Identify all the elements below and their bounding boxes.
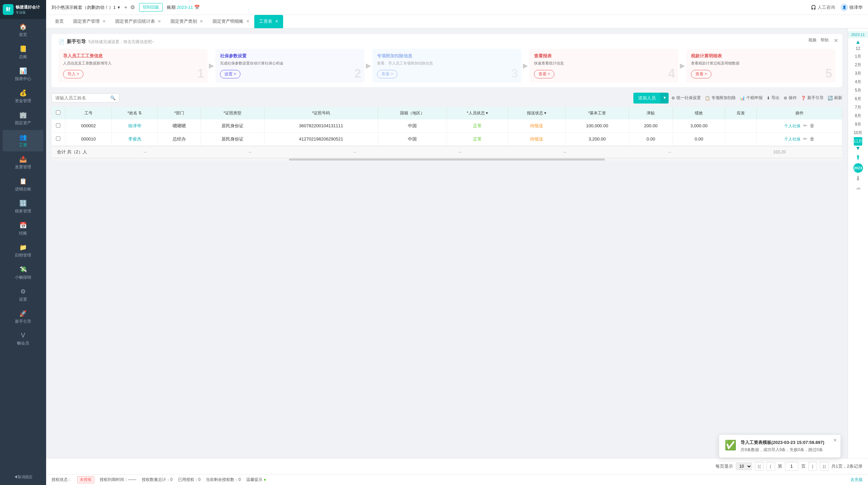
add-person-button-group: 添加人员 ▾	[633, 93, 669, 104]
guide-step-btn-5[interactable]: 查看 >	[691, 70, 711, 78]
tab-固定资产折旧统计表[interactable]: 固定资产折旧统计表✕	[111, 15, 166, 29]
prev-page-button[interactable]: ⟨	[766, 462, 775, 471]
first-page-button[interactable]: ⟨⟨	[755, 462, 764, 471]
calendar-month-7月[interactable]: 7月	[854, 103, 862, 112]
tab-首页[interactable]: 首页	[50, 15, 68, 29]
sidebar-item-结账[interactable]: 📅结账	[3, 218, 43, 240]
calendar-up-nav[interactable]: ⬆	[855, 154, 861, 161]
toolbar-action-新手引导[interactable]: ❓新手引导	[801, 95, 824, 101]
row-social-insurance-link[interactable]: 个人社保	[784, 124, 801, 128]
row-social-insurance-link[interactable]: 个人社保	[784, 137, 801, 142]
sidebar-item-工资[interactable]: 👥工资	[3, 130, 43, 151]
calendar-up-button[interactable]: ▲	[855, 39, 861, 45]
sidebar-item-发票管理[interactable]: 📤发票管理	[3, 152, 43, 173]
tab-固定资产明细账[interactable]: 固定资产明细账✕	[208, 15, 254, 29]
guide-video-link[interactable]: 视频	[808, 37, 816, 43]
period-value[interactable]: 2023-11	[177, 5, 193, 10]
horizontal-scrollbar[interactable]	[52, 158, 842, 161]
row-delete-icon[interactable]: 🗑	[810, 136, 814, 142]
search-icon[interactable]: 🔍	[110, 95, 116, 100]
add-person-button[interactable]: 添加人员	[633, 93, 660, 104]
calendar-month-12[interactable]: 12	[854, 45, 862, 52]
select-all-header[interactable]	[52, 107, 65, 119]
row-delete-icon[interactable]: 🗑	[810, 123, 814, 128]
sidebar-item-设置[interactable]: ⚙设置	[3, 284, 43, 306]
add-person-dropdown-button[interactable]: ▾	[660, 93, 669, 104]
settings-icon[interactable]: ⚙	[130, 4, 135, 11]
per-page-select[interactable]: 10 20 50	[736, 463, 752, 470]
row-name[interactable]: 徐泽华	[112, 119, 158, 133]
sidebar-item-固定资产[interactable]: 🏢固定资产	[3, 108, 43, 129]
guide-close-button[interactable]: ✕	[834, 37, 838, 44]
toolbar-action-刷新[interactable]: 🔄刷新	[828, 95, 842, 101]
guide-step-btn-1[interactable]: 导入 >	[63, 70, 83, 78]
sidebar-item-新手引导[interactable]: 🚀新手引导	[3, 306, 43, 328]
row-checkbox[interactable]	[56, 136, 60, 141]
tab-close-icon[interactable]: ✕	[275, 19, 278, 24]
total-auth-label: 授权数量总计：0	[142, 477, 173, 483]
calendar-month-6月[interactable]: 6月	[854, 95, 862, 103]
row-edit-icon[interactable]: ✏	[803, 136, 807, 142]
switch-version-button[interactable]: 切到旧版	[139, 3, 163, 12]
sidebar-item-进销台账[interactable]: 📋进销台账	[3, 174, 43, 195]
sidebar-item-畅会员[interactable]: V畅会员	[3, 329, 43, 350]
guide-step-btn-3[interactable]: 查看 >	[377, 70, 397, 78]
search-input[interactable]	[55, 95, 108, 100]
calendar-month-11月[interactable]: 11月	[854, 137, 862, 146]
tab-close-icon[interactable]: ✕	[102, 19, 106, 24]
sidebar-item-资金管理[interactable]: 💰资金管理	[3, 86, 43, 107]
sidebar-item-首页[interactable]: 🏠首页	[3, 20, 43, 41]
calendar-down-nav[interactable]: ⬇	[855, 175, 861, 182]
tab-close-icon[interactable]: ✕	[158, 19, 161, 24]
toolbar-action-导出[interactable]: ⬇导出	[767, 95, 780, 101]
calendar-month-8月[interactable]: 8月	[854, 112, 862, 120]
sidebar-item-税务管理[interactable]: 🔢税务管理	[3, 196, 43, 218]
select-all-checkbox[interactable]	[56, 110, 60, 115]
toolbar-action-统一社保设置[interactable]: ⚙统一社保设置	[671, 95, 701, 101]
calendar-month-10月[interactable]: 10月	[854, 129, 862, 137]
user-menu[interactable]: 👤 徐泽华	[841, 4, 863, 11]
calendar-month-9月[interactable]: 9月	[854, 120, 862, 129]
guide-step-btn-2[interactable]: 设置 >	[220, 70, 240, 78]
cancel-pin-button[interactable]: ◀取消固定	[3, 472, 43, 482]
account-selector[interactable]: 刘小艳演示账套（勿删勿动！）1 ▾	[52, 4, 120, 11]
guide-step-btn-4[interactable]: 查看 >	[534, 70, 554, 78]
calendar-month-5月[interactable]: 5月	[854, 86, 862, 95]
account-dropdown-icon[interactable]: ▾	[118, 5, 120, 10]
next-page-button[interactable]: ⟩	[808, 462, 817, 471]
calendar-month-1月[interactable]: 1月	[854, 52, 862, 61]
tab-固定资产类别[interactable]: 固定资产类别✕	[166, 15, 208, 29]
row-name[interactable]: 李俊杰	[112, 132, 158, 146]
charge-link[interactable]: 去充值	[850, 477, 863, 483]
data-table: 工号 *姓名 ⇅ *部门 *证照类型 *证照号码 国籍（地区） *人员状态 ▾ …	[52, 107, 842, 146]
toolbar-action-操作[interactable]: ⚙操作	[784, 95, 797, 101]
sidebar-item-报表中心[interactable]: 📊报表中心	[3, 64, 43, 85]
toolbar-action-个税申报[interactable]: 📊个税申报	[740, 95, 763, 101]
sidebar-item-小畅报销[interactable]: 💸小畅报销	[3, 262, 43, 284]
toast-close-button[interactable]: ✕	[833, 437, 837, 443]
add-account-icon[interactable]: +	[124, 4, 127, 11]
tab-close-icon[interactable]: ✕	[246, 19, 250, 24]
period-calendar-icon[interactable]: 📅	[194, 5, 200, 10]
col-should-pay: 应发	[725, 107, 757, 119]
service-button[interactable]: 🎧 人工咨询	[811, 4, 835, 11]
pagination-bar: 每页显示 10 20 50 ⟨⟨ ⟨ 第 页 ⟩ ⟩⟩ 共1页，2条记录	[46, 458, 868, 474]
row-checkbox[interactable]	[56, 123, 60, 128]
row-edit-icon[interactable]: ✏	[803, 123, 807, 128]
tab-工资表[interactable]: 工资表✕	[254, 15, 283, 29]
page-input[interactable]	[785, 462, 798, 471]
calendar-month-2月[interactable]: 2月	[854, 61, 862, 69]
toolbar-action-专项附加扣除[interactable]: 📋专项附加扣除	[705, 95, 736, 101]
tab-固定资产管理[interactable]: 固定资产管理✕	[68, 15, 111, 29]
guide-help-link[interactable]: 帮助	[821, 37, 829, 43]
sidebar-item-归档管理[interactable]: 📁归档管理	[3, 240, 43, 262]
last-page-button[interactable]: ⟩⟩	[820, 462, 829, 471]
row-allowance: 200.00	[629, 119, 673, 133]
sidebar-item-总账[interactable]: 📒总账	[3, 42, 43, 63]
calendar-down-button[interactable]: ▼	[855, 146, 861, 151]
tab-close-icon[interactable]: ✕	[200, 19, 203, 24]
calendar-month-3月[interactable]: 3月	[854, 69, 862, 78]
calendar-month-4月[interactable]: 4月	[854, 78, 862, 86]
calendar-extra-icon[interactable]: ☁	[855, 184, 861, 191]
row-status: 正常	[447, 132, 508, 146]
